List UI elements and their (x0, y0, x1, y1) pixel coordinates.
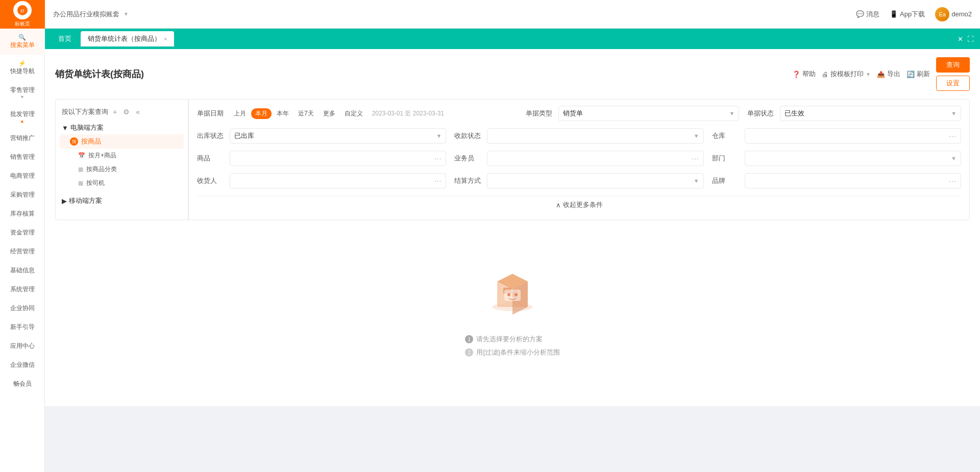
sidebar-item-retail[interactable]: 零售管理 ▼ (0, 81, 45, 105)
tip-text-1: 请先选择要分析的方案 (476, 335, 543, 344)
sidebar-item-search[interactable]: 🔍 搜索菜单 (0, 29, 45, 55)
receiver-input[interactable]: ··· (230, 173, 446, 188)
filter-cell-brand: 品牌 ··· (712, 173, 961, 188)
collapse-icon: ∧ (556, 201, 561, 209)
query-button[interactable]: 查询 (936, 57, 970, 73)
date-tab-last-month[interactable]: 上月 (230, 108, 250, 119)
export-icon: 📤 (877, 70, 885, 78)
mobile-scheme-group-title[interactable]: ▶ 移动端方案 (60, 194, 184, 207)
refresh-button[interactable]: 🔄 刷新 (906, 69, 930, 79)
warehouse-input[interactable]: ··· (745, 128, 961, 144)
action-buttons: 查询 设置 (936, 57, 970, 91)
receiver-label: 收货人 (197, 176, 226, 185)
sidebar-item-marketing[interactable]: 营销推广 (0, 129, 45, 148)
tab-home-label: 首页 (58, 34, 71, 43)
brand-dots: ··· (949, 177, 957, 185)
sidebar-item-finance[interactable]: 资金管理 (0, 223, 45, 242)
sidebar-item-app-center[interactable]: 应用中心 (0, 337, 45, 356)
message-button[interactable]: 💬 消息 (856, 10, 879, 19)
close-window-icon[interactable]: ✕ (958, 35, 963, 43)
scheme-item-by-month-product[interactable]: 📅 按月+商品 (60, 149, 184, 162)
filter-row-2: 出库状态 已出库 ▼ 收款状态 ▼ (197, 128, 961, 144)
scheme-item-by-category[interactable]: ▦ 按商品分类 (60, 162, 184, 176)
product-dots: ··· (434, 154, 442, 162)
template-print-button[interactable]: 🖨 按模板打印 ▼ (822, 69, 871, 79)
svg-point-10 (514, 293, 518, 296)
setting-button[interactable]: 设置 (936, 76, 970, 91)
salesperson-input[interactable]: ··· (487, 151, 703, 166)
doc-type-input[interactable]: 销货单 ▼ (558, 106, 740, 121)
department-chevron: ▼ (951, 155, 957, 161)
sidebar-item-quick-nav[interactable]: ⚡ 快捷导航 (0, 55, 45, 81)
sidebar-item-operation[interactable]: 经营管理 (0, 242, 45, 261)
sidebar-item-wholesale[interactable]: 批发管理 ▲ (0, 105, 45, 129)
out-status-input[interactable]: 已出库 ▼ (230, 128, 446, 144)
scheme-label: 按商品 (81, 137, 101, 146)
pc-group-label: 电脑端方案 (70, 123, 104, 132)
sidebar-item-corp-wechat[interactable]: 企业微信 (0, 356, 45, 374)
empty-svg (482, 261, 543, 322)
sidebar-item-enterprise[interactable]: 企业协同 (0, 299, 45, 318)
message-icon: 💬 (856, 10, 864, 18)
tab-active-label: 销货单统计表（按商品） (88, 34, 161, 43)
date-tab-7days[interactable]: 近7天 (294, 108, 318, 119)
tab-sales-stat[interactable]: 销货单统计表（按商品） × (81, 31, 174, 46)
app-download-button[interactable]: 📱 App下载 (890, 10, 925, 19)
filter-cell-receiver: 收货人 ··· (197, 173, 446, 188)
sidebar-item-basic[interactable]: 基础信息 (0, 261, 45, 280)
date-tab-this-month[interactable]: 本月 (251, 108, 272, 119)
department-input[interactable]: ▼ (745, 151, 961, 166)
filter-cell-payment-status: 收款状态 ▼ (454, 128, 703, 144)
scheme-collapse-button[interactable]: « (134, 107, 141, 117)
calendar-icon: 📅 (78, 152, 85, 159)
export-button[interactable]: 📤 导出 (877, 69, 900, 79)
sidebar-item-sales[interactable]: 销售管理 (0, 148, 45, 167)
sidebar-item-newbie[interactable]: 新手引导 (0, 318, 45, 337)
doc-type-label: 单据类型 (526, 109, 554, 118)
department-label: 部门 (712, 154, 741, 163)
print-dropdown-arrow[interactable]: ▼ (866, 72, 871, 77)
date-tab-this-year[interactable]: 本年 (273, 108, 293, 119)
tab-close-icon[interactable]: × (164, 36, 167, 42)
sidebar-item-system[interactable]: 系统管理 (0, 280, 45, 299)
sidebar-item-label: 企业协同 (2, 304, 43, 313)
sidebar: 好 标账页 🔍 搜索菜单 ⚡ 快捷导航 零售管理 ▼ 批发管理 ▲ 营销推广 销… (0, 0, 45, 472)
user-menu[interactable]: Ea demo2 (935, 7, 972, 21)
scheme-label: 按司机 (86, 179, 105, 187)
filter-row-3: 商品 ··· 业务员 ··· (197, 151, 961, 166)
date-tab-more[interactable]: 更多 (319, 108, 339, 119)
settle-method-input[interactable]: ▼ (487, 173, 703, 188)
pc-scheme-group-title[interactable]: ▼ 电脑端方案 (60, 121, 184, 134)
avatar: Ea (935, 7, 949, 21)
content-area: 销货单统计表(按商品) ❓ 帮助 🖨 按模板打印 ▼ 📤 导出 (45, 49, 980, 406)
doc-status-input[interactable]: 已生效 ▼ (780, 106, 961, 121)
filter-section: 按以下方案查询 + ⚙ « ▼ 电脑端方案 按 (55, 99, 970, 220)
empty-tip-1: 1 请先选择要分析的方案 (465, 335, 559, 344)
sidebar-item-purchase[interactable]: 采购管理 (0, 185, 45, 204)
dropdown-arrow[interactable]: ▼ (124, 11, 129, 17)
doc-status-label: 单据状态 (747, 109, 776, 118)
help-button[interactable]: ❓ 帮助 (792, 69, 816, 79)
filter-cell-doc-status: 单据状态 已生效 ▼ (747, 106, 961, 121)
tab-home[interactable]: 首页 (51, 31, 79, 46)
sidebar-item-inventory[interactable]: 库存核算 (0, 204, 45, 223)
sidebar-item-label: 电商管理 (2, 172, 43, 180)
sidebar-item-label: 营销推广 (2, 134, 43, 143)
product-input[interactable]: ··· (230, 151, 446, 166)
scheme-item-by-driver[interactable]: ▦ 按司机 (60, 176, 184, 190)
maximize-window-icon[interactable]: ⛶ (967, 35, 974, 43)
grid-icon2: ▦ (78, 180, 83, 186)
payment-status-input[interactable]: ▼ (487, 128, 703, 144)
filter-collapse-button[interactable]: ∧ 收起更多条件 (197, 196, 961, 214)
date-tab-custom[interactable]: 自定义 (340, 108, 367, 119)
chevron-icon: ▲ (2, 119, 43, 124)
tip-num-1: 1 (465, 335, 473, 343)
filter-cell-department: 部门 ▼ (712, 151, 961, 166)
empty-state: 1 请先选择要分析的方案 2 用[过滤]条件来缩小分析范围 (55, 220, 970, 398)
sidebar-item-ecom[interactable]: 电商管理 (0, 167, 45, 185)
scheme-add-button[interactable]: + (111, 107, 118, 117)
sidebar-item-member[interactable]: 畅会员 (0, 374, 45, 393)
scheme-item-by-product[interactable]: 按 按商品 (60, 134, 184, 149)
brand-input[interactable]: ··· (745, 173, 961, 188)
scheme-settings-button[interactable]: ⚙ (121, 107, 131, 117)
